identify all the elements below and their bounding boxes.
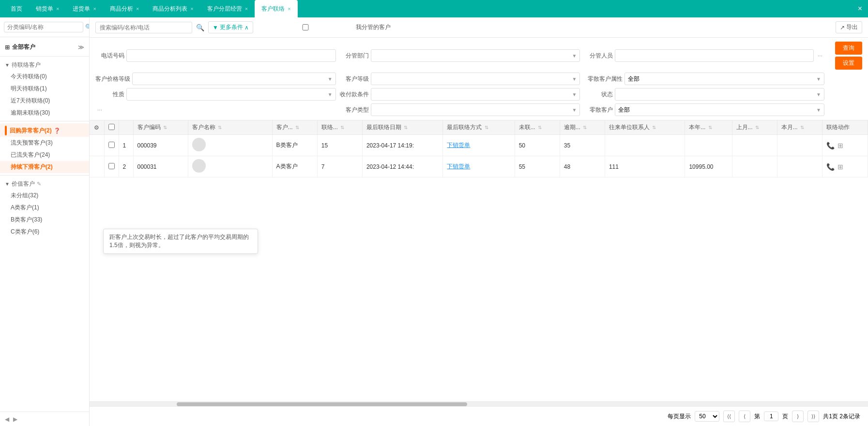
close-all-button[interactable]: ×	[858, 4, 862, 13]
right-arrow[interactable]: ▶	[13, 416, 17, 423]
overdue-column-header[interactable]: 逾期... ⇅	[560, 120, 605, 135]
row-select-checkbox[interactable]	[108, 142, 115, 148]
this-year-column-header[interactable]: 本年... ⇅	[685, 120, 732, 135]
sidebar-item-tomorrow[interactable]: 明天待联络(1)	[0, 83, 89, 95]
scrollbar-thumb[interactable]	[177, 402, 467, 406]
name-column-header[interactable]: 客户名称 ⇅	[188, 120, 272, 135]
contact-column-header[interactable]: 联络... ⇅	[317, 120, 362, 135]
row-last-contact-method[interactable]: 下销货单	[443, 156, 515, 177]
close-icon[interactable]: ×	[136, 6, 139, 12]
close-icon[interactable]: ×	[245, 6, 248, 12]
nav-item-product-list[interactable]: 商品分析列表 ×	[146, 0, 200, 17]
dept-select[interactable]: ▼	[371, 49, 580, 62]
nav-item-customer-contact[interactable]: 客户联络 ×	[255, 0, 297, 17]
this-month-column-header[interactable]: 本月... ⇅	[777, 120, 822, 135]
status-select[interactable]: ▼	[615, 88, 824, 101]
chevron-down-icon: ▼	[816, 107, 821, 113]
sidebar-item-b-class[interactable]: B类客户(33)	[0, 214, 89, 226]
row-checkbox[interactable]	[104, 156, 119, 177]
sidebar-item-c-class[interactable]: C类客户(6)	[0, 226, 89, 238]
sidebar-item-loss-warning[interactable]: 流失预警客户(3)	[0, 137, 89, 149]
row-last-contact-method[interactable]: 下销货单	[443, 135, 515, 156]
sidebar-group-abnormal[interactable]: 回购异常客户(2) ❓	[0, 123, 89, 137]
last-page-button[interactable]: ⟩⟩	[807, 411, 819, 422]
query-button[interactable]: 查询	[835, 42, 862, 55]
code-column-header[interactable]: 客户编码 ⇅	[133, 120, 188, 135]
settings-column-header[interactable]: ⚙	[90, 120, 104, 135]
row-checkbox[interactable]	[104, 135, 119, 156]
page-number-input[interactable]: 1	[764, 411, 778, 421]
close-icon[interactable]: ×	[93, 6, 96, 12]
customer-type-select[interactable]: ▼	[371, 103, 580, 116]
collapse-icon[interactable]: ≫	[78, 44, 84, 51]
edit-icon[interactable]: ✎	[37, 181, 41, 187]
more-icon[interactable]: ···	[816, 52, 824, 59]
sidebar-search-button[interactable]: 🔍	[85, 21, 90, 33]
sidebar-item-declining[interactable]: 持续下滑客户(2)	[0, 161, 89, 173]
sidebar-item-overdue[interactable]: 逾期未联络(30)	[0, 107, 89, 119]
contact-method-link[interactable]: 下销货单	[447, 142, 470, 148]
close-icon[interactable]: ×	[190, 6, 193, 12]
price-level-select[interactable]: ▼	[132, 73, 336, 85]
sidebar-item-today[interactable]: 今天待联络(0)	[0, 71, 89, 83]
nav-item-product-analysis[interactable]: 商品分析 ×	[103, 0, 146, 17]
more-options-icon[interactable]: ···	[95, 106, 104, 113]
sort-icon: ⇅	[340, 125, 344, 130]
horizontal-scrollbar[interactable]	[90, 401, 868, 406]
nav-item-sales[interactable]: 销货单 ×	[29, 0, 66, 17]
payment-select[interactable]: ▼	[371, 88, 580, 101]
close-icon[interactable]: ×	[56, 6, 59, 12]
more-actions-icon[interactable]: ⊞	[838, 163, 843, 171]
sidebar-item-unclassified[interactable]: 未分组(32)	[0, 190, 89, 202]
last-month-column-header[interactable]: 上月... ⇅	[732, 120, 777, 135]
sidebar-group-pending[interactable]: ▼ 待联络客户	[0, 59, 89, 71]
search-input[interactable]	[95, 22, 192, 33]
category-column-header[interactable]: 客户... ⇅	[272, 120, 317, 135]
sidebar-group-value[interactable]: ▼ 价值客户 ✎	[0, 177, 89, 190]
sidebar-item-a-class[interactable]: A类客户(1)	[0, 202, 89, 214]
phone-input[interactable]	[126, 49, 336, 62]
row-this-month	[777, 135, 822, 156]
sidebar-search-input[interactable]	[4, 22, 83, 32]
close-icon[interactable]: ×	[288, 6, 290, 12]
my-customers-check[interactable]	[257, 24, 354, 30]
row-name	[188, 156, 272, 177]
avatar	[192, 138, 206, 151]
contact-method-link[interactable]: 下销货单	[447, 163, 470, 170]
customer-level-label: 客户等级	[340, 75, 369, 83]
scatter-select[interactable]: 全部 ▼	[615, 103, 824, 116]
left-arrow[interactable]: ◀	[5, 416, 9, 423]
more-filters-button[interactable]: ▼ 更多条件 ∧	[208, 21, 253, 33]
search-icon[interactable]: 🔍	[196, 24, 204, 31]
last-contact-date-column-header[interactable]: 最后联络日期 ⇅	[362, 120, 443, 135]
table-area[interactable]: ⚙ 客户编码 ⇅ 客户名称 ⇅	[90, 120, 868, 401]
row-this-year: 10995.00	[685, 156, 732, 177]
sidebar-all-customers[interactable]: ⊞ 全部客户 ≫	[0, 40, 89, 54]
filter-row-4: ··· 客户类型 ▼ 零散客户 全部 ▼	[95, 103, 862, 116]
more-actions-icon[interactable]: ⊞	[838, 142, 843, 149]
uncontacted-column-header[interactable]: 未联... ⇅	[515, 120, 560, 135]
export-button[interactable]: ↗ 导出	[836, 21, 862, 33]
row-select-checkbox[interactable]	[108, 163, 115, 169]
phone-icon[interactable]: 📞	[826, 163, 835, 171]
next-page-button[interactable]: ⟩	[792, 411, 804, 422]
customer-level-select[interactable]: ▼	[371, 73, 580, 85]
customer-table: ⚙ 客户编码 ⇅ 客户名称 ⇅	[90, 120, 868, 177]
sidebar-item-lost[interactable]: 已流失客户(24)	[0, 149, 89, 161]
first-page-button[interactable]: ⟨⟨	[723, 411, 735, 422]
nav-item-purchase[interactable]: 进货单 ×	[66, 0, 103, 17]
nav-item-home[interactable]: 首页	[4, 0, 29, 17]
unit-contacts-column-header[interactable]: 往来单位联系人 ⇅	[605, 120, 685, 135]
scatter-attr-select[interactable]: 全部 ▼	[624, 73, 824, 85]
my-customers-checkbox[interactable]: 我分管的客户	[257, 23, 391, 31]
nature-select[interactable]: ▼	[126, 88, 336, 101]
prev-page-button[interactable]: ⟨	[739, 411, 750, 422]
sidebar-item-7days[interactable]: 近7天待联络(0)	[0, 95, 89, 107]
set-button[interactable]: 设置	[835, 57, 862, 70]
last-contact-method-column-header[interactable]: 最后联络方式 ⇅	[443, 120, 515, 135]
nav-item-customer-tier[interactable]: 客户分层经营 ×	[200, 0, 255, 17]
manager-input[interactable]	[615, 49, 814, 62]
phone-icon[interactable]: 📞	[826, 142, 835, 149]
per-page-select[interactable]: 50 20 100	[695, 411, 719, 422]
select-all-checkbox[interactable]	[108, 124, 115, 130]
